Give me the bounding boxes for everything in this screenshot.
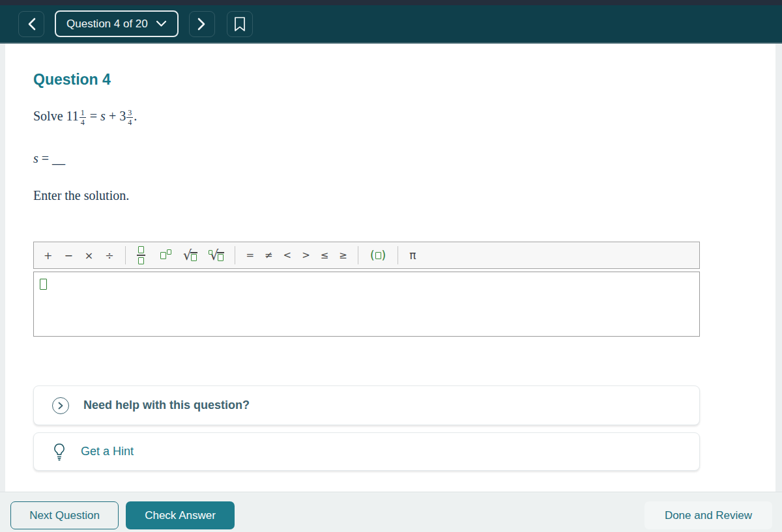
nth-root-template-icon: √ xyxy=(209,249,224,262)
done-and-review-button[interactable]: Done and Review xyxy=(644,501,772,529)
fraction-template-button[interactable] xyxy=(131,242,151,268)
equals-button[interactable]: = xyxy=(240,242,259,268)
period: . xyxy=(134,109,137,123)
not-equals-button[interactable]: ≠ xyxy=(259,242,278,268)
parentheses-template-icon: () xyxy=(369,249,386,262)
variable-s: s xyxy=(100,109,106,123)
greater-equal-button[interactable]: ≥ xyxy=(334,242,353,268)
nthroot-template-button[interactable]: √ xyxy=(203,242,229,268)
mixed-number-1-whole: 11 xyxy=(66,109,79,123)
answer-equals: = xyxy=(42,151,49,165)
less-than-button[interactable]: < xyxy=(278,242,297,268)
less-equal-button[interactable]: ≤ xyxy=(315,242,334,268)
problem-statement: Solve 1114 = s + 334. xyxy=(33,109,137,126)
circled-chevron-right-icon xyxy=(52,397,69,414)
need-help-label: Need help with this question? xyxy=(83,399,250,412)
quiz-page: Question 4 of 20 Question 4 Solve 1114 =… xyxy=(0,0,782,532)
exponent-template-button[interactable] xyxy=(151,242,177,268)
parentheses-template-button[interactable]: () xyxy=(364,242,392,268)
pi-button[interactable]: π xyxy=(403,242,422,268)
instruction-text: Enter the solution. xyxy=(33,188,129,203)
chevron-left-icon xyxy=(27,18,36,31)
question-navigation-bar: Question 4 of 20 xyxy=(0,5,782,44)
question-content-panel: Question 4 Solve 1114 = s + 334. s = __ … xyxy=(5,44,775,492)
toolbar-divider xyxy=(125,246,126,264)
check-answer-button[interactable]: Check Answer xyxy=(126,501,235,529)
answer-line: s = __ xyxy=(33,151,65,166)
mixed-number-2-whole: 3 xyxy=(119,109,126,123)
question-selector-label: Question 4 of 20 xyxy=(66,18,148,31)
chevron-right-icon xyxy=(197,18,207,31)
bookmark-button[interactable] xyxy=(227,11,253,37)
toolbar-divider xyxy=(398,246,398,264)
next-question-button[interactable] xyxy=(189,11,215,37)
exponent-template-icon xyxy=(160,249,171,262)
get-hint-card[interactable]: Get a Hint xyxy=(33,432,700,471)
toolbar-divider xyxy=(235,246,235,264)
mixed-number-1-fraction: 14 xyxy=(80,109,86,126)
get-hint-label: Get a Hint xyxy=(81,445,134,458)
previous-question-button[interactable] xyxy=(18,11,44,37)
plus-button[interactable]: + xyxy=(38,242,58,268)
problem-lead: Solve xyxy=(33,109,63,123)
greater-than-button[interactable]: > xyxy=(297,242,315,268)
footer-action-bar: Next Question Check Answer Done and Revi… xyxy=(0,492,782,532)
answer-variable: s xyxy=(33,151,38,165)
toolbar-divider xyxy=(358,246,358,264)
square-root-template-icon: √ xyxy=(183,249,197,262)
multiply-button[interactable]: × xyxy=(79,242,99,268)
sqrt-template-button[interactable]: √ xyxy=(177,242,203,268)
question-selector-dropdown[interactable]: Question 4 of 20 xyxy=(55,10,179,37)
mixed-number-2-fraction: 34 xyxy=(126,109,133,126)
math-toolbar: + − × ÷ √ xyxy=(33,242,700,269)
answer-blank: __ xyxy=(52,151,65,165)
question-title: Question 4 xyxy=(33,71,111,89)
need-help-card[interactable]: Need help with this question? xyxy=(33,385,700,425)
fraction-template-icon xyxy=(137,246,145,264)
chevron-down-icon xyxy=(156,20,167,27)
divide-button[interactable]: ÷ xyxy=(99,242,119,268)
math-answer-input[interactable] xyxy=(33,272,700,337)
input-placeholder-box xyxy=(40,279,47,290)
bookmark-icon xyxy=(233,16,246,32)
minus-button[interactable]: − xyxy=(58,242,78,268)
next-question-footer-button[interactable]: Next Question xyxy=(10,501,119,529)
plus-sign: + xyxy=(109,109,116,123)
lightbulb-icon xyxy=(52,443,66,461)
equals-sign: = xyxy=(90,109,97,123)
top-strip xyxy=(0,0,782,5)
